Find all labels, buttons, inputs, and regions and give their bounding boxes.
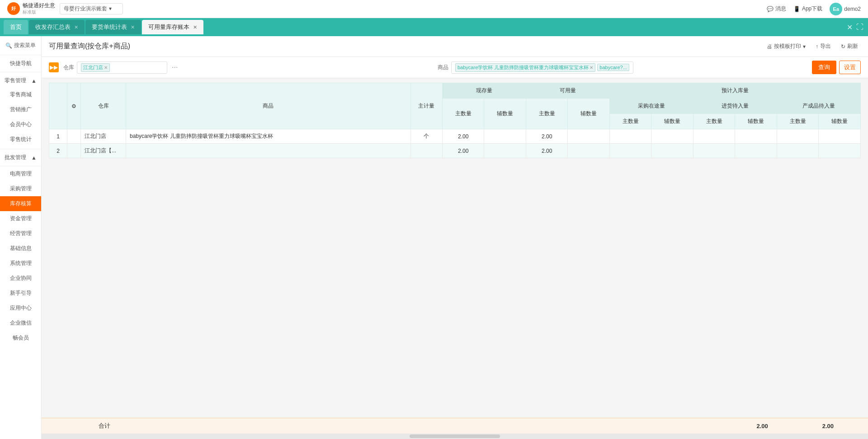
sidebar-item-member[interactable]: 会员中心 xyxy=(0,117,41,132)
tab-available-stock-label: 可用量库存账本 xyxy=(148,23,189,31)
tab-order-stats-close[interactable]: ✕ xyxy=(131,24,135,30)
template-print-btn[interactable]: 🖨 按模板打印 ▾ xyxy=(764,41,808,52)
tab-receipt-summary[interactable]: 收发存汇总表 ✕ xyxy=(29,20,85,34)
enterprise-label: 企业协同 xyxy=(10,274,32,282)
industry-selector[interactable]: 母婴行业演示账套 ▾ xyxy=(60,3,123,14)
sidebar-item-ecommerce[interactable]: 电商管理 xyxy=(0,166,41,181)
inventory-label: 库存核算 xyxy=(10,200,32,208)
th-products-aux: 辅数量 xyxy=(819,114,861,129)
message-btn[interactable]: 💬 消息 xyxy=(767,5,786,13)
quick-nav-label: 快捷导航 xyxy=(10,60,32,67)
row1-num: 1 xyxy=(49,129,67,144)
nav-maximize-btn[interactable]: ⛶ xyxy=(856,23,863,31)
product-filter-input[interactable]: babycare学饮杯 儿童防摔防撞吸管杯重力球吸嘴杯宝宝水杯 ✕ babyca… xyxy=(451,61,633,74)
nav-tab-actions: ✕ ⛶ xyxy=(847,23,863,32)
sidebar-item-purchase[interactable]: 采购管理 xyxy=(0,181,41,196)
main-layout: 🔍 搜索菜单 快捷导航 零售管理 ▲ 零售商城 营销推广 会员中心 xyxy=(0,36,868,439)
th-product: 商品 xyxy=(126,83,411,129)
product-tag1-close[interactable]: ✕ xyxy=(590,65,593,70)
app-download-btn[interactable]: 📱 App下载 xyxy=(793,5,822,13)
scroll-bar-thumb[interactable] xyxy=(410,434,500,438)
nav-tabs: 首页 收发存汇总表 ✕ 要货单统计表 ✕ 可用量库存账本 ✕ ✕ ⛶ xyxy=(0,18,868,36)
settings-btn[interactable]: 设置 xyxy=(839,61,861,74)
warehouse-filter-input[interactable]: 江北门店 ✕ xyxy=(77,61,167,74)
query-btn[interactable]: 查询 xyxy=(812,61,836,74)
sidebar-item-finance[interactable]: 资金管理 xyxy=(0,211,41,226)
filter-warehouse-dots[interactable]: ··· xyxy=(170,63,179,71)
logo-text: 畅捷通好生意 xyxy=(23,2,55,9)
th-avail-main: 主数量 xyxy=(526,99,568,129)
user-area[interactable]: Ea demo2 xyxy=(830,3,861,15)
tab-order-stats[interactable]: 要货单统计表 ✕ xyxy=(85,20,141,34)
export-icon: ↑ xyxy=(816,43,818,50)
tab-receipt-summary-label: 收发存汇总表 xyxy=(35,23,71,31)
sidebar-item-basic[interactable]: 基础信息 xyxy=(0,241,41,256)
total-label: 合计 xyxy=(49,422,137,430)
th-predicted-inbound: 预计入库量 xyxy=(609,83,860,99)
template-print-label: 按模板打印 xyxy=(774,42,801,50)
nav-close-btn[interactable]: ✕ xyxy=(847,23,853,32)
row2-goods-aux xyxy=(735,144,777,158)
row1-purchase-aux xyxy=(651,129,693,144)
filter-actions: 查询 设置 xyxy=(812,61,861,74)
newbie-label: 新手引导 xyxy=(10,289,32,297)
operation-label: 经营管理 xyxy=(10,230,32,237)
export-label: 导出 xyxy=(820,42,831,50)
settings-gear-icon[interactable]: ⚙ xyxy=(71,103,76,109)
row1-products-aux xyxy=(819,129,861,144)
sidebar-section-retail-header[interactable]: 零售管理 ▲ xyxy=(0,74,41,87)
refresh-btn[interactable]: ↻ 刷新 xyxy=(838,41,861,52)
sidebar-item-marketing[interactable]: 营销推广 xyxy=(0,102,41,117)
page-header: 可用量查询(按仓库+商品) 🖨 按模板打印 ▾ ↑ 导出 ↻ 刷新 xyxy=(42,36,868,57)
sidebar-item-newbie[interactable]: 新手引导 xyxy=(0,286,41,301)
row1-settings xyxy=(67,129,81,144)
top-bar-right: 💬 消息 📱 App下载 Ea demo2 xyxy=(767,3,861,15)
tab-receipt-summary-close[interactable]: ✕ xyxy=(74,24,78,30)
row2-product xyxy=(126,144,411,158)
sidebar-item-quick-nav[interactable]: 快捷导航 xyxy=(0,57,41,70)
sidebar-section-wholesale-header[interactable]: 批发管理 ▲ xyxy=(0,151,41,164)
row1-goods-main xyxy=(693,129,735,144)
ecommerce-label: 电商管理 xyxy=(10,170,32,178)
row2-stock-main: 2.00 xyxy=(442,144,484,158)
filter-bar: ▶▶ 仓库 江北门店 ✕ ··· 商品 babycare学饮杯 儿童防摔防撞吸管… xyxy=(42,57,868,78)
row2-products-main xyxy=(777,144,819,158)
th-available: 可用量 xyxy=(526,83,609,99)
user-label: demo2 xyxy=(844,6,861,12)
filter-expand-btn[interactable]: ▶▶ xyxy=(49,62,59,72)
avatar-text: Ea xyxy=(833,6,839,12)
sidebar-item-system[interactable]: 系统管理 xyxy=(0,256,41,271)
export-btn[interactable]: ↑ 导出 xyxy=(813,41,834,52)
sidebar-item-enterprise[interactable]: 企业协同 xyxy=(0,271,41,286)
th-warehouse: 仓库 xyxy=(81,83,126,129)
sidebar-item-app-center[interactable]: 应用中心 xyxy=(0,301,41,316)
data-table: ⚙ 仓库 商品 主计量 现存量 可用量 预计入库量 主数量 辅数量 主数量 辅数… xyxy=(49,83,861,158)
sidebar-item-wecom[interactable]: 企业微信 xyxy=(0,316,41,330)
sidebar-item-operation[interactable]: 经营管理 xyxy=(0,226,41,241)
row2-purchase-aux xyxy=(651,144,693,158)
sidebar-item-retail-mall[interactable]: 零售商城 xyxy=(0,87,41,102)
th-purchase-aux: 辅数量 xyxy=(651,114,693,129)
sidebar-item-vip[interactable]: 畅会员 xyxy=(0,330,41,345)
tab-available-stock-close[interactable]: ✕ xyxy=(193,24,197,30)
product-tag1-text: babycare学饮杯 儿童防摔防撞吸管杯重力球吸嘴杯宝宝水杯 xyxy=(458,64,589,71)
search-menu-btn[interactable]: 🔍 搜索菜单 xyxy=(4,40,38,51)
logo-area: 好 畅捷通好生意 标准版 xyxy=(7,2,55,15)
th-avail-aux: 辅数量 xyxy=(568,99,610,129)
refresh-label: 刷新 xyxy=(847,42,858,50)
logo-text-block: 畅捷通好生意 标准版 xyxy=(23,2,55,15)
sidebar-item-inventory[interactable]: 库存核算 xyxy=(0,196,41,211)
total-row: 合计 2.00 2.00 xyxy=(49,422,861,430)
warehouse-tag-close[interactable]: ✕ xyxy=(104,65,108,70)
row2-settings xyxy=(67,144,81,158)
row1-stock-main: 2.00 xyxy=(442,129,484,144)
logo-icon: 好 xyxy=(7,2,20,15)
avatar: Ea xyxy=(830,3,842,15)
wholesale-expand-icon: ▲ xyxy=(31,155,37,161)
sidebar-item-retail-stats[interactable]: 零售统计 xyxy=(0,132,41,147)
tab-home[interactable]: 首页 xyxy=(4,20,28,34)
tab-home-label: 首页 xyxy=(10,23,22,31)
tab-available-stock[interactable]: 可用量库存账本 ✕ xyxy=(142,20,203,34)
table-row: 1 江北门店 babycare学饮杯 儿童防摔防撞吸管杯重力球吸嘴杯宝宝水杯 个… xyxy=(49,129,861,144)
th-purchase-transit: 采购在途量 xyxy=(609,99,693,114)
